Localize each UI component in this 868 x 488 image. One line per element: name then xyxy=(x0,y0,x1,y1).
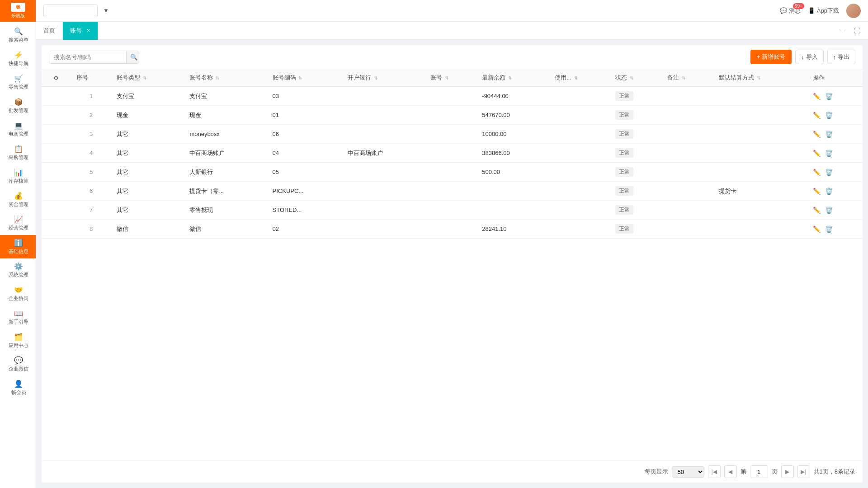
tab-minimize-button[interactable]: ─ xyxy=(837,25,848,36)
page-size-select[interactable]: 50 10 20 100 xyxy=(672,466,704,478)
app-download-button[interactable]: 📱 App下载 xyxy=(808,7,839,15)
export-label: 导出 xyxy=(838,53,849,61)
search-box: 🔍 xyxy=(49,51,139,64)
sidebar-item-member[interactable]: 👤 畅会员 xyxy=(0,376,36,399)
edit-icon-2[interactable]: ✏️ xyxy=(813,131,821,138)
sidebar-label-system: 系统管理 xyxy=(9,272,28,278)
edit-icon-0[interactable]: ✏️ xyxy=(813,93,821,100)
delete-icon-5[interactable]: 🗑️ xyxy=(825,188,833,195)
col-settings[interactable]: ⚙ xyxy=(42,69,71,87)
sidebar-item-purchase[interactable]: 📋 采购管理 xyxy=(0,141,36,164)
tab-close-icon[interactable]: ✕ xyxy=(86,28,90,33)
sidebar-label-wholesale: 批发管理 xyxy=(9,107,28,114)
header-search-input[interactable] xyxy=(43,5,98,17)
account-search-input[interactable] xyxy=(49,51,126,63)
delete-icon-6[interactable]: 🗑️ xyxy=(825,206,833,214)
sidebar-item-apps[interactable]: 🗂️ 应用中心 xyxy=(0,329,36,352)
delete-icon-3[interactable]: 🗑️ xyxy=(825,150,833,157)
row-notes-1 xyxy=(662,106,713,125)
user-avatar[interactable] xyxy=(846,4,861,18)
row-usage-1 xyxy=(549,106,610,125)
row-notes-3 xyxy=(662,144,713,163)
import-button[interactable]: ↓ 导入 xyxy=(795,50,824,64)
table-row: 2 现金 现金 01 547670.00 正常 ✏️ 🗑️ xyxy=(42,106,863,125)
row-status-5: 正常 xyxy=(610,182,662,201)
col-usage[interactable]: 使用... ⇅ xyxy=(549,69,610,87)
delete-icon-7[interactable]: 🗑️ xyxy=(825,225,833,233)
sidebar-item-wechat[interactable]: 💬 企业微信 xyxy=(0,352,36,376)
row-default-payment-7 xyxy=(713,220,807,239)
edit-icon-3[interactable]: ✏️ xyxy=(813,150,821,157)
header-dropdown[interactable]: ▼ xyxy=(103,7,109,14)
edit-icon-5[interactable]: ✏️ xyxy=(813,188,821,195)
tab-home[interactable]: 首页 xyxy=(36,22,63,40)
sidebar-item-inventory[interactable]: 📊 库存核算 xyxy=(0,164,36,188)
delete-icon-0[interactable]: 🗑️ xyxy=(825,93,833,100)
tab-accounts-label: 账号 xyxy=(70,27,82,35)
row-settings-0 xyxy=(42,87,71,106)
sort-code-icon: ⇅ xyxy=(298,75,302,80)
status-badge-3: 正常 xyxy=(615,148,633,158)
tab-maximize-button[interactable]: ⛶ xyxy=(852,25,863,36)
page-first-button[interactable]: |◀ xyxy=(708,465,721,478)
page-last-button[interactable]: ▶| xyxy=(797,465,810,478)
sidebar-item-wholesale[interactable]: 📦 批发管理 xyxy=(0,94,36,117)
row-code-7: 02 xyxy=(267,220,342,239)
delete-icon-4[interactable]: 🗑️ xyxy=(825,169,833,176)
message-button[interactable]: 💬 消息 99+ xyxy=(780,7,801,15)
sidebar-icon-operations: 📈 xyxy=(14,215,23,224)
row-code-2: 06 xyxy=(267,125,342,144)
row-usage-3 xyxy=(549,144,610,163)
col-code[interactable]: 账号编码 ⇅ xyxy=(267,69,342,87)
row-account-0 xyxy=(425,87,476,106)
sidebar-label-search: 搜索菜单 xyxy=(9,37,28,43)
export-button[interactable]: ↑ 导出 xyxy=(827,50,856,64)
row-num-1: 2 xyxy=(71,106,112,125)
sidebar-item-basic[interactable]: ℹ️ 基础信息 xyxy=(0,235,36,258)
sidebar-item-agreement[interactable]: 🤝 企业协同 xyxy=(0,282,36,305)
page-next-button[interactable]: ▶ xyxy=(781,465,794,478)
row-name-4: 大新银行 xyxy=(184,163,267,182)
edit-icon-6[interactable]: ✏️ xyxy=(813,206,821,214)
col-notes[interactable]: 备注 ⇅ xyxy=(662,69,713,87)
row-num-3: 4 xyxy=(71,144,112,163)
col-account[interactable]: 账号 ⇅ xyxy=(425,69,476,87)
sidebar-item-guide[interactable]: 📖 新手引导 xyxy=(0,305,36,329)
avatar-image xyxy=(846,4,861,18)
sidebar-item-system[interactable]: ⚙️ 系统管理 xyxy=(0,258,36,282)
row-notes-7 xyxy=(662,220,713,239)
sidebar-item-retail[interactable]: 🛒 零售管理 xyxy=(0,70,36,94)
col-type[interactable]: 账号类型 ⇅ xyxy=(111,69,184,87)
sidebar-item-search[interactable]: 🔍 搜索菜单 xyxy=(0,23,36,47)
delete-icon-2[interactable]: 🗑️ xyxy=(825,131,833,138)
sidebar-item-finance[interactable]: 💰 资金管理 xyxy=(0,188,36,211)
sidebar-item-operations[interactable]: 📈 经营管理 xyxy=(0,211,36,235)
page-number-input[interactable] xyxy=(750,465,768,478)
app-download-label: App下载 xyxy=(817,7,839,15)
row-default-payment-0 xyxy=(713,87,807,106)
sidebar-item-ecommerce[interactable]: 💻 电商管理 xyxy=(0,117,36,141)
col-status[interactable]: 状态 ⇅ xyxy=(610,69,662,87)
col-bank[interactable]: 开户银行 ⇅ xyxy=(342,69,425,87)
edit-icon-1[interactable]: ✏️ xyxy=(813,112,821,119)
page-prev-button[interactable]: ◀ xyxy=(724,465,737,478)
delete-icon-1[interactable]: 🗑️ xyxy=(825,112,833,119)
page-size-label: 每页显示 xyxy=(645,468,668,476)
sort-name-icon: ⇅ xyxy=(216,75,219,80)
col-name[interactable]: 账号名称 ⇅ xyxy=(184,69,267,87)
settings-icon: ⚙ xyxy=(53,75,59,81)
col-default-payment[interactable]: 默认结算方式 ⇅ xyxy=(713,69,807,87)
edit-icon-4[interactable]: ✏️ xyxy=(813,169,821,176)
row-default-payment-6 xyxy=(713,201,807,220)
tab-accounts[interactable]: 账号 ✕ xyxy=(63,22,98,40)
sidebar-item-shortcuts[interactable]: ⚡ 快捷导航 xyxy=(0,47,36,70)
row-bank-6 xyxy=(342,201,425,220)
pagination-bar: 每页显示 50 10 20 100 |◀ ◀ 第 页 ▶ ▶| 共1页，8条记录 xyxy=(42,460,863,483)
search-button[interactable]: 🔍 xyxy=(126,51,139,63)
sidebar-label-inventory: 库存核算 xyxy=(9,178,28,184)
add-account-button[interactable]: + 新增账号 xyxy=(750,50,792,64)
edit-icon-7[interactable]: ✏️ xyxy=(813,225,821,233)
col-balance[interactable]: 最新余额 ⇅ xyxy=(476,69,549,87)
row-default-payment-4 xyxy=(713,163,807,182)
row-type-6: 其它 xyxy=(111,201,184,220)
